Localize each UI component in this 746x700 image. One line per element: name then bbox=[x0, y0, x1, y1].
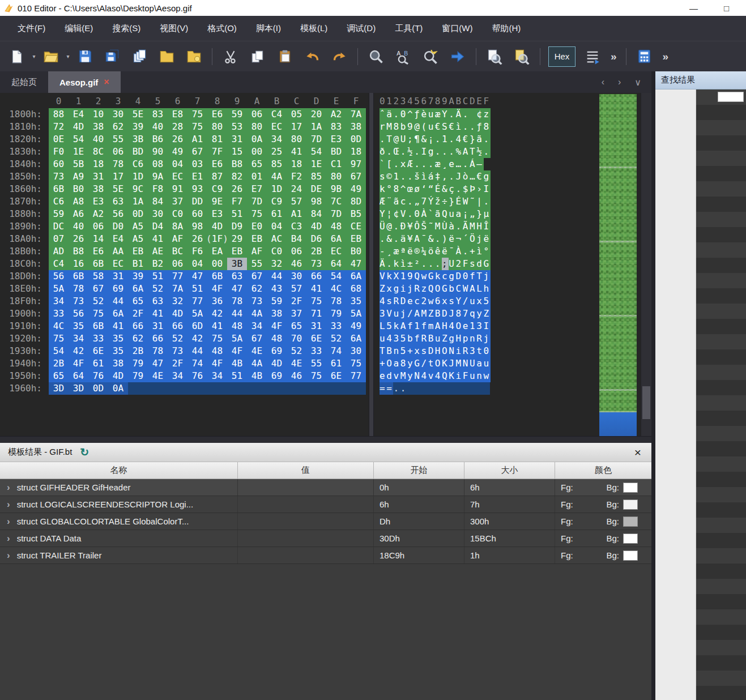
hex-byte[interactable]: 33 bbox=[49, 308, 69, 320]
hex-byte[interactable]: 40 bbox=[88, 133, 108, 146]
hex-byte[interactable]: 48 bbox=[326, 220, 346, 233]
hex-byte[interactable]: 4D bbox=[267, 357, 287, 370]
tab-close-icon[interactable]: × bbox=[104, 77, 109, 87]
folder-button[interactable] bbox=[155, 45, 178, 68]
hex-byte[interactable]: C6 bbox=[128, 158, 148, 170]
hex-byte[interactable]: E6 bbox=[207, 158, 227, 170]
hex-byte[interactable]: 7D bbox=[306, 133, 326, 146]
hex-byte[interactable]: 51 bbox=[187, 283, 207, 295]
hex-byte[interactable]: 30 bbox=[287, 270, 306, 283]
hex-byte[interactable]: 10 bbox=[88, 108, 108, 121]
hex-byte-grid[interactable]: 3D3D0D0A bbox=[49, 382, 366, 395]
hex-byte[interactable]: 6B bbox=[69, 270, 88, 283]
hex-ascii[interactable]: Æ¨ãc.„7Ýž÷}ÉW˜|. bbox=[380, 195, 491, 208]
hex-byte[interactable]: 56 bbox=[69, 308, 88, 320]
hex-byte[interactable]: 48 bbox=[227, 320, 247, 332]
hex-byte[interactable]: B6 bbox=[148, 133, 168, 146]
hex-byte[interactable]: 79 bbox=[128, 370, 148, 382]
template-col-header[interactable]: 颜色 bbox=[555, 462, 651, 479]
hex-byte[interactable]: B5 bbox=[346, 208, 366, 220]
replace-button[interactable]: AB bbox=[392, 45, 415, 68]
hex-ascii[interactable]: s©1..šìá‡‚.Jò…€g bbox=[380, 170, 491, 183]
hex-ascii[interactable]: Y¦¢V.0À`ãQua¡„}µ bbox=[380, 208, 491, 220]
hex-byte[interactable]: 4D bbox=[69, 121, 88, 133]
hex-byte[interactable]: 57 bbox=[287, 195, 306, 208]
hex-byte[interactable]: C4 bbox=[267, 108, 287, 121]
hex-byte[interactable]: E6 bbox=[88, 245, 108, 258]
hex-byte[interactable]: 56 bbox=[49, 270, 69, 283]
calculator-button[interactable] bbox=[633, 45, 656, 68]
hex-byte[interactable]: 6A bbox=[346, 270, 366, 283]
tab-list-icon[interactable]: ∨ bbox=[634, 77, 641, 88]
hex-byte[interactable]: 2B bbox=[49, 357, 69, 370]
hex-ascii[interactable]: ˆä.0^ƒèuæY.Ä. ¢z bbox=[380, 108, 491, 121]
hex-byte[interactable]: 08 bbox=[148, 158, 168, 170]
hex-byte[interactable]: 31 bbox=[148, 320, 168, 332]
hex-byte[interactable]: 98 bbox=[306, 195, 326, 208]
hex-byte[interactable]: 34 bbox=[69, 332, 88, 345]
hex-ascii-splitter[interactable] bbox=[369, 93, 374, 436]
hex-byte[interactable]: 7A bbox=[168, 283, 187, 295]
hex-byte[interactable]: 79 bbox=[128, 357, 148, 370]
hex-byte[interactable]: B0 bbox=[346, 245, 366, 258]
hex-ascii[interactable]: Ä.kì±²...;U2FsdG bbox=[380, 258, 491, 270]
hex-byte[interactable]: 6A bbox=[128, 283, 148, 295]
menu-item[interactable]: 调试(D) bbox=[337, 16, 385, 41]
hex-byte[interactable]: 52 bbox=[326, 332, 346, 345]
hex-byte[interactable]: A1 bbox=[287, 208, 306, 220]
hex-byte[interactable]: 4B bbox=[247, 370, 267, 382]
hex-byte[interactable]: BD bbox=[128, 146, 148, 158]
hex-byte-grid[interactable]: 7534333562665242755A6748706E526A bbox=[49, 332, 366, 345]
toolbar-overflow-icon[interactable]: » bbox=[663, 50, 669, 63]
hex-byte[interactable]: 55 bbox=[108, 133, 128, 146]
hex-byte[interactable]: C4 bbox=[49, 258, 69, 270]
hex-byte[interactable]: 61 bbox=[267, 208, 287, 220]
hex-byte[interactable]: 80 bbox=[207, 121, 227, 133]
hex-byte[interactable]: A5 bbox=[128, 220, 148, 233]
hex-byte[interactable]: 4B bbox=[227, 357, 247, 370]
hex-byte[interactable]: C0 bbox=[267, 245, 287, 258]
hex-byte[interactable]: 63 bbox=[148, 295, 168, 308]
hex-byte[interactable]: 62 bbox=[247, 283, 267, 295]
hex-byte[interactable]: 73 bbox=[247, 295, 267, 308]
hex-byte[interactable]: 67 bbox=[187, 146, 207, 158]
hex-byte[interactable]: 81 bbox=[207, 133, 227, 146]
hex-byte[interactable]: 48 bbox=[207, 345, 227, 357]
hex-byte[interactable]: 71 bbox=[306, 308, 326, 320]
hex-byte[interactable]: EC bbox=[108, 258, 128, 270]
hex-ascii[interactable]: 3Vuj/AMZBDJ87qyZ bbox=[380, 308, 491, 320]
hex-byte[interactable]: 35 bbox=[69, 320, 88, 332]
hex-byte[interactable]: 59 bbox=[49, 208, 69, 220]
tab-scroll-left-icon[interactable]: ‹ bbox=[602, 77, 604, 87]
hex-byte[interactable]: 77 bbox=[168, 270, 187, 283]
hex-byte[interactable]: EB bbox=[227, 245, 247, 258]
hex-byte[interactable]: 61 bbox=[326, 357, 346, 370]
vertical-scrollbar[interactable] bbox=[641, 93, 651, 436]
hex-byte[interactable]: 76 bbox=[88, 370, 108, 382]
hex-byte[interactable]: 1E bbox=[306, 158, 326, 170]
hex-byte[interactable]: D0 bbox=[108, 220, 128, 233]
hex-byte[interactable]: 0D bbox=[88, 382, 108, 395]
hex-byte[interactable]: 6A bbox=[346, 332, 366, 345]
hex-byte[interactable]: 44 bbox=[267, 270, 287, 283]
hex-byte[interactable]: 18 bbox=[88, 158, 108, 170]
hex-byte[interactable]: 54 bbox=[69, 133, 88, 146]
hex-byte[interactable]: 70 bbox=[287, 332, 306, 345]
open-file-button[interactable] bbox=[40, 45, 62, 68]
hex-byte[interactable]: CE bbox=[346, 220, 366, 233]
redo-button[interactable] bbox=[328, 45, 351, 68]
hex-byte[interactable]: 46 bbox=[287, 258, 306, 270]
template-col-header[interactable]: 名称 bbox=[0, 462, 238, 479]
maximize-button[interactable]: □ bbox=[724, 4, 729, 12]
hex-byte[interactable]: 77 bbox=[187, 295, 207, 308]
hex-byte[interactable]: 40 bbox=[69, 220, 88, 233]
hex-byte[interactable]: 4C bbox=[326, 283, 346, 295]
hex-byte[interactable]: 5A bbox=[187, 308, 207, 320]
hex-byte[interactable]: 33 bbox=[88, 332, 108, 345]
hex-byte[interactable]: 24 bbox=[287, 183, 306, 195]
hex-byte[interactable]: 38 bbox=[88, 121, 108, 133]
hex-byte-grid[interactable]: 0E5440553BB626A181310A34807DE30D bbox=[49, 133, 366, 146]
hex-byte[interactable]: E7 bbox=[247, 183, 267, 195]
hex-byte[interactable]: 5A bbox=[49, 283, 69, 295]
hex-byte[interactable]: 7D bbox=[247, 195, 267, 208]
